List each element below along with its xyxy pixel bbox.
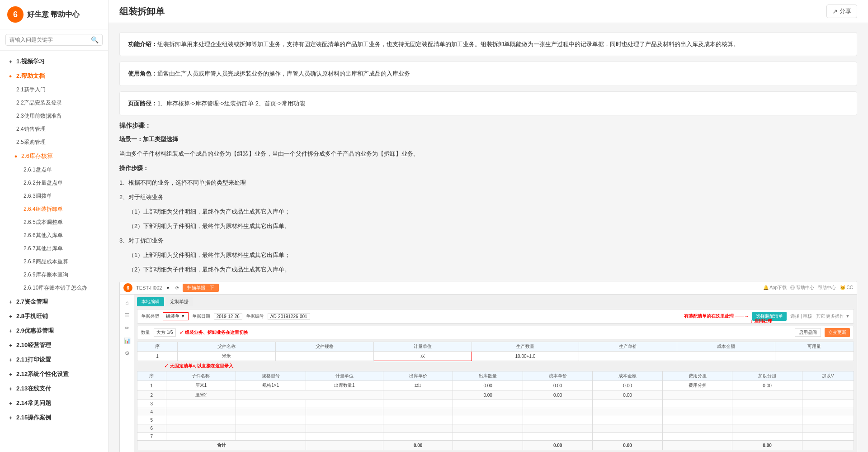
logo-area: 6 好生意 帮助中心	[0, 0, 108, 29]
footer-val5: 0.00	[593, 441, 662, 450]
upper-td-spec	[276, 352, 374, 361]
search-area: 🔍	[0, 29, 108, 51]
sidebar-label-pay: 2.13在线支付	[16, 385, 51, 393]
sidebar-item-newbie[interactable]: 2.1新手入门	[0, 83, 108, 96]
footer-val1	[306, 441, 383, 450]
app-date-label: 单据日期	[192, 313, 210, 319]
lower-row-6: 6	[137, 424, 854, 433]
search-box: 🔍	[5, 34, 103, 46]
sidebar-item-2.6.8[interactable]: 2.6.8商品成本重算	[0, 255, 108, 268]
plus-icon: ＋	[7, 58, 14, 65]
step2-1: （1）上部明细为父件明细，最终作为产成品生成其它入库单；	[128, 206, 857, 218]
app-icon-chart[interactable]: 📊	[120, 334, 134, 347]
lower-th-out-price: 出库单价	[383, 371, 453, 381]
app-lower-table: 序 子件名称 规格型号 计量单位 出库单价 出库数量 成本单价 成本金额 费用分	[137, 371, 854, 450]
sidebar-item-faq[interactable]: ＋ 2.14常见问题	[0, 396, 108, 410]
sidebar-item-2.6.6[interactable]: 2.6.6其他入库单	[0, 229, 108, 242]
search-input[interactable]	[9, 37, 91, 43]
app-date-value: 2019-12-26	[214, 313, 242, 320]
sidebar-label-docs: 2.帮助文档	[16, 72, 45, 80]
app-tab-custom[interactable]: 定制单据	[166, 297, 193, 306]
lower-th-seq: 序	[137, 371, 166, 381]
share-button[interactable]: ↗ 分享	[826, 5, 857, 18]
lower-th-out-qty: 出库数量	[453, 371, 523, 381]
app-next-btn[interactable]: 扫描单据—下	[183, 284, 219, 292]
footer-val8	[802, 441, 854, 450]
sidebar-item-pay[interactable]: ＋ 2.13在线支付	[0, 381, 108, 396]
search-icon[interactable]: 🔍	[91, 36, 99, 43]
sidebar-item-video[interactable]: ＋ 1.视频学习	[0, 54, 108, 69]
app-icon-home[interactable]: ⌂	[120, 296, 134, 309]
plus-icon-case: ＋	[7, 414, 14, 421]
upper-td-cost	[677, 352, 775, 361]
lower-td-2-fee2	[732, 390, 802, 400]
app-icon-edit[interactable]: ✏	[120, 322, 134, 334]
sidebar-item-sales[interactable]: 2.4销售管理	[0, 123, 108, 136]
sidebar-label-ops: 2.10经营管理	[16, 341, 51, 349]
step3-2: （2）下部明细为子件明细，最终作为产成品生成其它入库单。	[128, 264, 857, 276]
sidebar-item-fund[interactable]: ＋ 2.7资金管理	[0, 295, 108, 309]
app-left-sidebar: ⌂ ☰ ✏ 📊 ⚙	[120, 295, 134, 452]
app-dropdown-icon: ▼	[165, 285, 170, 290]
share-icon: ↗	[832, 8, 838, 15]
upper-td-name: 米米	[178, 352, 276, 361]
lower-td-2-seq: 2	[137, 390, 166, 400]
step2: 2、对于组装业务	[119, 191, 857, 203]
app-id-label: TEST-H002	[136, 285, 162, 290]
sidebar-item-2.6.7[interactable]: 2.6.7其他出库单	[0, 242, 108, 255]
sidebar-item-case[interactable]: ＋ 2.15操作案例	[0, 410, 108, 425]
app-tab-local[interactable]: 本地编辑	[137, 297, 164, 306]
lower-td-1-name: 厘米1	[166, 381, 236, 390]
app-icon-list[interactable]: ☰	[120, 309, 134, 322]
sidebar-label-case: 2.15操作案例	[16, 414, 51, 422]
sidebar-item-custom[interactable]: ＋ 2.12系统个性化设置	[0, 367, 108, 381]
sidebar-item-2.6.1[interactable]: 2.6.1盘点单	[0, 163, 108, 176]
role-text: 使用角色：通常由生产人员或库管人员完成拆装业务的操作，库管人员确认原材料的出库和…	[128, 68, 849, 79]
sidebar-item-ops[interactable]: ＋ 2.10经营管理	[0, 338, 108, 352]
content-area: 功能介绍：组装拆卸单用来处理企业组装或拆卸等加工业务，支持有固定装配清单的产品加…	[108, 23, 868, 452]
sidebar-item-coupon[interactable]: ＋ 2.9优惠券管理	[0, 324, 108, 338]
lower-th-cost-amt: 成本金额	[593, 371, 662, 381]
plus-icon-pay: ＋	[7, 385, 14, 392]
sidebar-item-2.6.4[interactable]: 2.6.4组装拆卸单	[0, 203, 108, 216]
lower-td-1-out-price: ±出	[383, 381, 453, 390]
app-topbar: 6 TEST-H002 ▼ ⟳ 扫描单据—下 🔔 App下载 ⑥ 帮助中心 帮助…	[120, 281, 857, 295]
scene1-title: 场景一：加工类型选择	[119, 133, 857, 145]
app-logo-icon: 6	[123, 283, 132, 292]
sidebar-item-2.6.10[interactable]: 2.6.10库存账本错了怎么办	[0, 281, 108, 295]
screenshot-container: 6 TEST-H002 ▼ ⟳ 扫描单据—下 🔔 App下载 ⑥ 帮助中心 帮助…	[119, 281, 857, 452]
upper-th-unit: 计量单位	[373, 342, 472, 352]
step2-2: （2）下部明细为子件明细，最终作为原材料生成其它出库单。	[128, 220, 857, 232]
plus-icon-mobile: ＋	[7, 313, 14, 319]
app-subheader: 数量 大方 1/6 ↙ 组装业务、拆卸业务在这里切换 启用品间 ↓ 启用处理 立…	[137, 326, 854, 339]
lower-td-2-out-price	[383, 390, 453, 400]
lower-row-5: 5	[137, 416, 854, 424]
sidebar-item-install[interactable]: 2.2产品安装及登录	[0, 96, 108, 109]
upper-th-seq: 序	[137, 342, 178, 352]
sidebar-item-print[interactable]: ＋ 2.11打印设置	[0, 352, 108, 367]
sidebar-label-inventory: 2.6库存核算	[21, 152, 53, 160]
sidebar-item-inventory[interactable]: ● 2.6库存核算	[0, 149, 108, 163]
path-text: 页面路径：1、库存核算->库存管理->组装拆卸单 2、首页->常用功能	[128, 98, 849, 109]
sidebar-item-purchase[interactable]: 2.5采购管理	[0, 136, 108, 149]
app-doc-type-value[interactable]: 组装单 ▼	[163, 312, 189, 320]
nav-list: ＋ 1.视频学习 ● 2.帮助文档 2.1新手入门 2.2产品安装及登录 2.3…	[0, 51, 108, 452]
path-block: 页面路径：1、库存核算->库存管理->组装拆卸单 2、首页->常用功能	[119, 91, 857, 115]
lower-td-2-fee	[662, 390, 732, 400]
sidebar-item-2.6.3[interactable]: 2.6.3调拨单	[0, 190, 108, 203]
upper-table-row: 1 米米 双 10.00+1.0	[137, 352, 854, 361]
sidebar-item-2.6.5[interactable]: 2.6.5成本调整单	[0, 216, 108, 229]
sidebar-label-faq: 2.14常见问题	[16, 399, 51, 407]
plus-icon-coupon: ＋	[7, 328, 14, 334]
lower-th-unit: 计量单位	[306, 371, 383, 381]
sidebar-item-docs[interactable]: ● 2.帮助文档	[0, 69, 108, 83]
sidebar-item-mobile[interactable]: ＋ 2.8手机旺铺	[0, 309, 108, 324]
sidebar-item-2.6.2[interactable]: 2.6.2分量盘点单	[0, 176, 108, 190]
lower-td-2-cost-price: 0.00	[523, 390, 592, 400]
upper-table-header-row: 序 父件名称 父件规格 计量单位 生产数量 生产单价 成本金额 可用量	[137, 342, 854, 352]
lower-td-2-op	[802, 390, 854, 400]
app-icon-settings[interactable]: ⚙	[120, 347, 134, 360]
sidebar-item-2.6.9[interactable]: 2.6.9库存账本查询	[0, 268, 108, 281]
sidebar-item-data-prep[interactable]: 2.3使用前数据准备	[0, 109, 108, 123]
app-confirm-btn[interactable]: 立变更新	[825, 328, 850, 337]
